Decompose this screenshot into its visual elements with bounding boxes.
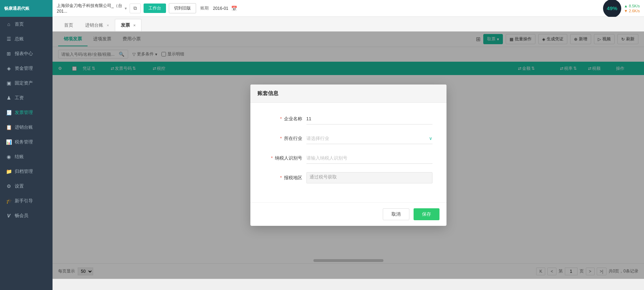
form-row-company-name: * 企业名称 <box>264 113 432 124</box>
sidebar-item-label: 发票管理 <box>15 109 33 116</box>
topbar: 上海卯金刀电子科技有限公司_（台201... ▾ ⧉ 工作台 切到旧版 账期 2… <box>53 0 644 17</box>
sidebar-item-label: 报表中心 <box>15 50 33 57</box>
salary-icon: ♟ <box>6 95 12 101</box>
old-version-button[interactable]: 切到旧版 <box>169 3 196 13</box>
assets-icon: ▣ <box>6 80 12 86</box>
sidebar-item-label: 固定资产 <box>15 80 33 86</box>
sidebar-item-label: 新手引导 <box>15 198 33 204</box>
purchase-sale-icon: 📋 <box>6 124 12 130</box>
invoice-icon: 🧾 <box>6 110 12 115</box>
company-dropdown-arrow[interactable]: ▾ <box>125 6 127 11</box>
sidebar-item-reports[interactable]: ⊞ 报表中心 <box>0 46 53 61</box>
close-purchase-sale-tab[interactable]: × <box>107 23 109 27</box>
topbar-right: 49% ▲ 8.5K/s ▼ 2.6K/s <box>603 0 640 18</box>
tab-home[interactable]: 首页 <box>58 19 79 31</box>
cancel-button[interactable]: 取消 <box>383 208 409 220</box>
industry-select[interactable]: 请选择行业 ∨ <box>306 133 432 144</box>
sidebar: 畅康通易代账 ⌂ 首页 ☰ 总账 ⊞ 报表中心 ◈ 资金管理 ▣ 固定资产 ♟ … <box>0 0 53 290</box>
sidebar-item-guide[interactable]: 🎓 新手引导 <box>0 194 53 208</box>
sidebar-item-member[interactable]: V 畅会员 <box>0 208 53 223</box>
settings-icon: ⚙ <box>6 183 12 189</box>
industry-dropdown-arrow: ∨ <box>429 136 432 141</box>
main-area: 上海卯金刀电子科技有限公司_（台201... ▾ ⧉ 工作台 切到旧版 账期 2… <box>53 0 644 290</box>
form-row-tax-id: * 纳税人识别号 <box>264 153 432 164</box>
account-info-modal: 账套信息 * 企业名称 * 所在行业 <box>250 85 446 226</box>
form-row-industry: * 所在行业 请选择行业 ∨ <box>264 133 432 144</box>
tax-region-label: * 报税地区 <box>264 175 306 181</box>
tab-purchase-sale[interactable]: 进销台账 × <box>79 19 115 31</box>
save-button[interactable]: 保存 <box>414 208 439 220</box>
sidebar-item-label: 畅会员 <box>15 213 28 219</box>
modal-footer: 取消 保存 <box>250 202 446 226</box>
member-icon: V <box>6 213 12 218</box>
modal-title: 账套信息 <box>250 85 446 103</box>
sidebar-item-archive[interactable]: 📁 归档管理 <box>0 164 53 179</box>
app-logo: 畅康通易代账 <box>0 0 53 17</box>
tax-region-field: 通过税号获取 <box>306 172 432 183</box>
copy-icon: ⧉ <box>133 5 137 11</box>
tabs-bar: 首页 进销台账 × 发票 × <box>53 17 644 32</box>
modal-body: * 企业名称 * 所在行业 请选择行业 ∨ <box>250 103 446 202</box>
tax-id-label: * 纳税人识别号 <box>264 155 306 161</box>
percent-badge: 49% <box>603 0 621 18</box>
sidebar-item-label: 税务管理 <box>15 139 33 145</box>
industry-placeholder: 请选择行业 <box>306 135 329 142</box>
company-selector[interactable]: 上海卯金刀电子科技有限公司_（台201... ▾ <box>57 3 127 14</box>
company-name: 上海卯金刀电子科技有限公司_（台201... <box>57 3 123 14</box>
sidebar-item-label: 归档管理 <box>15 168 33 175</box>
archive-icon: 📁 <box>6 169 12 174</box>
home-icon: ⌂ <box>6 21 12 27</box>
sidebar-item-label: 设置 <box>15 183 24 189</box>
sidebar-item-finance[interactable]: ◈ 资金管理 <box>0 61 53 76</box>
company-name-input[interactable] <box>306 113 432 124</box>
sidebar-item-settings[interactable]: ⚙ 设置 <box>0 179 53 194</box>
sidebar-item-assets[interactable]: ▣ 固定资产 <box>0 76 53 90</box>
sidebar-item-tax[interactable]: 📊 税务管理 <box>0 135 53 149</box>
settlement-icon: ◉ <box>6 154 12 160</box>
sidebar-item-salary[interactable]: ♟ 工资 <box>0 90 53 105</box>
sidebar-item-settlement[interactable]: ◉ 结账 <box>0 149 53 164</box>
period-label: 账期 <box>200 5 209 11</box>
finance-icon: ◈ <box>6 66 12 71</box>
sidebar-item-label: 工资 <box>15 95 24 101</box>
sidebar-item-label: 进销台账 <box>15 124 33 130</box>
workspace-button[interactable]: 工作台 <box>144 4 166 13</box>
sidebar-item-purchase-sale[interactable]: 📋 进销台账 <box>0 120 53 135</box>
company-name-label: * 企业名称 <box>264 116 306 122</box>
tab-invoice[interactable]: 发票 × <box>115 19 141 31</box>
content-area: 销项发票 进项发票 费用小票 ⊞ 取票 ▾ ▦ 批量操作 ◈ <box>53 32 644 279</box>
reports-icon: ⊞ <box>6 51 12 56</box>
modal-overlay: 账套信息 * 企业名称 * 所在行业 <box>53 32 644 279</box>
copy-button[interactable]: ⧉ <box>130 4 141 13</box>
bottom-bar <box>53 279 644 290</box>
close-invoice-tab[interactable]: × <box>133 23 136 27</box>
sidebar-item-label: 结账 <box>15 154 24 160</box>
tax-id-input[interactable] <box>306 153 432 164</box>
guide-icon: 🎓 <box>6 198 12 204</box>
calendar-icon[interactable]: 📅 <box>231 6 237 11</box>
sidebar-item-ledger[interactable]: ☰ 总账 <box>0 32 53 46</box>
sidebar-item-label: 总账 <box>15 36 24 42</box>
period-value: 2016-01 <box>213 6 228 11</box>
sidebar-item-label: 资金管理 <box>15 65 33 72</box>
industry-label: * 所在行业 <box>264 135 306 142</box>
sidebar-item-home[interactable]: ⌂ 首页 <box>0 17 53 32</box>
tax-icon: 📊 <box>6 139 12 145</box>
ledger-icon: ☰ <box>6 36 12 42</box>
sidebar-item-invoice[interactable]: 🧾 发票管理 <box>0 105 53 120</box>
form-row-tax-region: * 报税地区 通过税号获取 <box>264 172 432 183</box>
speed-info: ▲ 8.5K/s ▼ 2.6K/s <box>624 4 640 13</box>
sidebar-item-label: 首页 <box>15 21 24 27</box>
